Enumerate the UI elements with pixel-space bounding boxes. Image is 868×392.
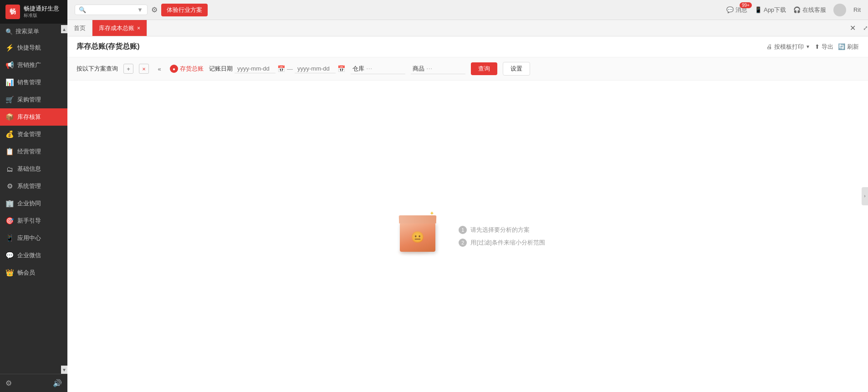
finance-icon: 💰 bbox=[5, 130, 14, 138]
filter-selected-item[interactable]: ● 存货总账 bbox=[170, 65, 204, 73]
empty-state: ✦ 😐 1 请先选择要分析的方案 2 用[过滤]条件来缩小分析范围 bbox=[67, 81, 868, 392]
basic-icon: 🗂 bbox=[5, 165, 14, 173]
warehouse-field[interactable]: 仓库 ··· bbox=[351, 64, 405, 74]
sidebar-item-newguide[interactable]: 🎯 新手引导 bbox=[0, 212, 67, 229]
logo-icon: 畅 bbox=[5, 5, 20, 19]
sidebar-footer: ⚙ 🔊 bbox=[0, 374, 67, 392]
warehouse-more-icon[interactable]: ··· bbox=[366, 65, 372, 73]
print-icon: 🖨 bbox=[766, 43, 772, 50]
topbar: 🔍 ▼ ⚙ 体验行业方案 💬 消息 99+ 📱 App下载 🎧 在线客服 Rit bbox=[67, 0, 868, 20]
empty-num-2: 2 bbox=[459, 239, 467, 247]
topbar-gear-icon[interactable]: ⚙ bbox=[151, 5, 158, 14]
topbar-chevron-icon[interactable]: ▼ bbox=[137, 6, 143, 13]
online-service-button[interactable]: 🎧 在线客服 bbox=[793, 6, 826, 14]
settings-footer-icon[interactable]: ⚙ bbox=[5, 379, 12, 387]
sidebar-item-basic[interactable]: 🗂 基础信息 bbox=[0, 160, 67, 178]
user-name: Rit bbox=[853, 6, 861, 13]
empty-hint-2-text: 用[过滤]条件来缩小分析范围 bbox=[470, 239, 545, 247]
settings-button[interactable]: 设置 bbox=[503, 62, 530, 76]
right-panel-toggle[interactable]: › bbox=[862, 187, 868, 205]
sidebar-item-operations[interactable]: 📋 经营管理 bbox=[0, 143, 67, 160]
sidebar-item-appcenter[interactable]: 📱 应用中心 bbox=[0, 229, 67, 247]
empty-hint-1-text: 请先选择要分析的方案 bbox=[470, 226, 530, 234]
purchase-icon: 🛒 bbox=[5, 96, 14, 104]
empty-hint-2: 2 用[过滤]条件来缩小分析范围 bbox=[459, 239, 545, 247]
sidebar-item-label: 经营管理 bbox=[17, 148, 41, 156]
sidebar-item-sales[interactable]: 📊 销售管理 bbox=[0, 74, 67, 91]
filter-clear-button[interactable]: × bbox=[139, 64, 149, 74]
sidebar-item-wechat[interactable]: 💬 企业微信 bbox=[0, 247, 67, 264]
user-avatar bbox=[833, 4, 846, 16]
sidebar-item-label: 库存核算 bbox=[17, 113, 41, 121]
sidebar-item-label: 营销推广 bbox=[17, 61, 41, 69]
sidebar-scroll-up[interactable]: ▲ bbox=[61, 25, 67, 33]
tab-inventory-ledger[interactable]: 库存成本总账 × bbox=[92, 20, 147, 36]
tab-close-icon[interactable]: × bbox=[137, 25, 140, 31]
calendar-start-icon[interactable]: 📅 bbox=[277, 65, 285, 72]
print-button[interactable]: 🖨 按模板打印 ▼ bbox=[766, 43, 810, 51]
sidebar-item-label: 新手引导 bbox=[17, 217, 41, 225]
sidebar-item-enterprise[interactable]: 🏢 企业协同 bbox=[0, 195, 67, 212]
print-label: 按模板打印 bbox=[774, 43, 804, 51]
sidebar-item-label: 企业微信 bbox=[17, 251, 41, 260]
sidebar-logo: 畅 畅捷通好生意 标准版 bbox=[0, 0, 67, 24]
topbar-search-area[interactable]: 🔍 ▼ bbox=[75, 5, 148, 15]
sidebar-item-label: 快捷导航 bbox=[17, 44, 41, 52]
topbar-right: 💬 消息 99+ 📱 App下载 🎧 在线客服 Rit bbox=[726, 4, 861, 16]
sidebar-item-label: 企业协同 bbox=[17, 199, 41, 208]
quicknav-icon: ⚡ bbox=[5, 44, 14, 52]
sidebar-item-label: 基础信息 bbox=[17, 165, 41, 173]
filter-add-button[interactable]: + bbox=[123, 64, 133, 74]
sidebar-item-marketing[interactable]: 📢 营销推广 bbox=[0, 56, 67, 74]
wechat-icon: 💬 bbox=[5, 251, 14, 260]
tab-home-label: 首页 bbox=[74, 24, 86, 32]
filter-bar: 按以下方案查询 + × « ● 存货总账 记账日期 📅 — 📅 bbox=[67, 57, 868, 81]
sidebar-item-system[interactable]: ⚙ 系统管理 bbox=[0, 178, 67, 195]
app-download-label: App下载 bbox=[764, 6, 786, 14]
sidebar-item-member[interactable]: 👑 畅会员 bbox=[0, 264, 67, 281]
filter-selected-icon: ● bbox=[170, 65, 178, 73]
product-field[interactable]: 商品 ··· bbox=[411, 64, 465, 74]
topbar-search-input[interactable] bbox=[89, 7, 134, 13]
calendar-end-icon[interactable]: 📅 bbox=[337, 65, 345, 72]
sidebar-item-inventory[interactable]: 📦 库存核算 bbox=[0, 108, 67, 126]
app-download-button[interactable]: 📱 App下载 bbox=[755, 6, 786, 14]
tab-expand-icon[interactable]: ⤢ bbox=[863, 25, 868, 31]
sidebar-scroll-down[interactable]: ▼ bbox=[61, 366, 67, 374]
logo-text-area: 畅捷通好生意 标准版 bbox=[24, 5, 59, 19]
date-end-input[interactable] bbox=[295, 64, 336, 73]
date-label: 记账日期 bbox=[209, 65, 233, 73]
export-icon: ⬆ bbox=[815, 43, 820, 50]
empty-hint-1: 1 请先选择要分析的方案 bbox=[459, 226, 545, 234]
tab-panel-close-button[interactable]: ✕ bbox=[844, 24, 861, 32]
date-start-input[interactable] bbox=[235, 64, 276, 73]
sidebar-item-finance[interactable]: 💰 资金管理 bbox=[0, 126, 67, 143]
export-button[interactable]: ⬆ 导出 bbox=[815, 43, 833, 51]
empty-text: 1 请先选择要分析的方案 2 用[过滤]条件来缩小分析范围 bbox=[459, 226, 545, 247]
refresh-button[interactable]: 🔄 刷新 bbox=[838, 43, 859, 51]
date-input-group: 记账日期 📅 — 📅 bbox=[209, 64, 345, 73]
product-label: 商品 bbox=[413, 65, 424, 73]
product-more-icon[interactable]: ··· bbox=[426, 65, 432, 73]
sidebar: 畅 畅捷通好生意 标准版 🔍 搜索菜单 ⚡ 快捷导航 📢 营销推广 📊 销售管理… bbox=[0, 0, 67, 392]
industry-solution-button[interactable]: 体验行业方案 bbox=[161, 4, 208, 16]
filter-selected-label: 存货总账 bbox=[180, 65, 204, 73]
topbar-search-icon: 🔍 bbox=[79, 6, 86, 13]
query-button[interactable]: 查询 bbox=[471, 62, 497, 75]
mute-footer-icon[interactable]: 🔊 bbox=[53, 379, 62, 387]
date-separator: — bbox=[287, 66, 293, 72]
logo-title: 畅捷通好生意 bbox=[24, 5, 59, 12]
warehouse-label: 仓库 bbox=[352, 65, 364, 73]
message-button[interactable]: 💬 消息 99+ bbox=[726, 6, 747, 14]
sidebar-item-label: 采购管理 bbox=[17, 96, 41, 104]
sidebar-search[interactable]: 🔍 搜索菜单 bbox=[0, 24, 67, 39]
filter-collapse-button[interactable]: « bbox=[154, 64, 164, 74]
main-area: 🔍 ▼ ⚙ 体验行业方案 💬 消息 99+ 📱 App下载 🎧 在线客服 Rit bbox=[67, 0, 868, 392]
appcenter-icon: 📱 bbox=[5, 234, 14, 242]
sidebar-search-label: 搜索菜单 bbox=[15, 27, 39, 36]
sidebar-item-purchase[interactable]: 🛒 采购管理 bbox=[0, 91, 67, 108]
tab-home[interactable]: 首页 bbox=[67, 20, 92, 36]
print-dropdown-icon[interactable]: ▼ bbox=[806, 44, 810, 49]
sidebar-item-label: 资金管理 bbox=[17, 130, 41, 138]
sidebar-item-quicknav[interactable]: ⚡ 快捷导航 bbox=[0, 39, 67, 56]
